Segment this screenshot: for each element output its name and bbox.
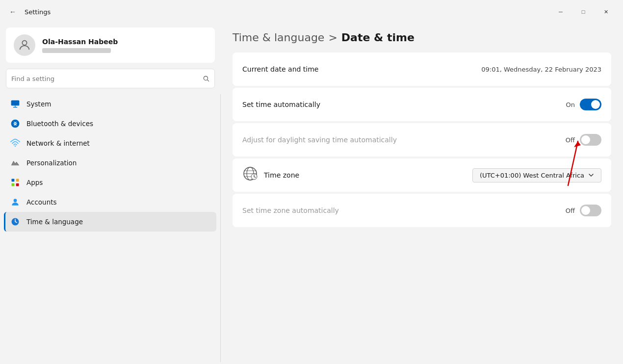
svg-line-2: [208, 80, 209, 81]
sidebar-scroll-area: System Bluetooth & devices: [0, 92, 221, 364]
content-wrapper: Time & language > Date & time Current da…: [221, 24, 623, 364]
set-timezone-auto-toggle[interactable]: [580, 205, 601, 216]
set-time-auto-state: On: [566, 101, 575, 108]
set-time-auto-control: On: [566, 99, 601, 110]
daylight-saving-control: Off: [566, 134, 601, 146]
sidebar-item-system[interactable]: System: [4, 94, 216, 114]
breadcrumb-parent: Time & language: [233, 31, 324, 44]
time-zone-label: Time zone: [264, 171, 299, 179]
chevron-down-icon: [588, 172, 594, 178]
current-datetime-card: Current date and time 09:01, Wednesday, …: [233, 52, 611, 86]
svg-rect-8: [12, 183, 15, 186]
minimize-button[interactable]: ─: [549, 4, 572, 20]
svg-rect-3: [11, 101, 20, 106]
system-icon: [10, 99, 21, 109]
personalization-icon: [10, 157, 21, 168]
toggle-thumb-daylight: [581, 135, 590, 144]
time-zone-row: Time zone (UTC+01:00) West Central Afric…: [233, 158, 611, 192]
set-timezone-auto-card: Set time zone automatically Off: [233, 194, 611, 227]
svg-point-4: [11, 120, 20, 128]
sidebar-item-personalization[interactable]: Personalization: [4, 153, 216, 173]
set-time-auto-card: Set time automatically On: [233, 88, 611, 121]
svg-rect-9: [16, 183, 19, 186]
sidebar: Ola-Hassan Habeeb: [0, 24, 221, 364]
sidebar-item-system-label: System: [26, 100, 51, 108]
sidebar-item-apps-label: Apps: [26, 179, 43, 186]
daylight-saving-state: Off: [566, 136, 575, 144]
sidebar-item-bluetooth-label: Bluetooth & devices: [26, 120, 93, 128]
main-content: Ola-Hassan Habeeb: [0, 24, 623, 364]
svg-point-5: [15, 146, 16, 147]
nav-list: System Bluetooth & devices: [0, 92, 220, 364]
breadcrumb-separator: >: [328, 31, 337, 44]
back-button[interactable]: ←: [6, 5, 20, 19]
apps-icon: [10, 177, 21, 188]
avatar: [14, 34, 35, 56]
current-datetime-row: Current date and time 09:01, Wednesday, …: [233, 52, 611, 86]
network-icon: [10, 138, 21, 149]
time-zone-dropdown[interactable]: (UTC+01:00) West Central Africa: [472, 168, 601, 182]
user-profile[interactable]: Ola-Hassan Habeeb: [6, 27, 215, 63]
daylight-saving-label: Adjust for daylight saving time automati…: [242, 136, 397, 144]
daylight-saving-toggle[interactable]: [580, 134, 601, 146]
toggle-thumb-tz: [581, 206, 590, 215]
search-container: [6, 69, 215, 88]
svg-point-0: [22, 41, 26, 45]
sidebar-item-accounts-label: Accounts: [26, 198, 57, 206]
sidebar-item-time[interactable]: Time & language: [4, 212, 216, 232]
breadcrumb: Time & language > Date & time: [233, 31, 611, 44]
content-pane: Time & language > Date & time Current da…: [221, 24, 623, 237]
app-title: Settings: [25, 8, 51, 16]
time-zone-value: (UTC+01:00) West Central Africa: [480, 172, 584, 179]
title-bar: ← Settings ─ □ ✕: [0, 0, 623, 24]
current-datetime-label: Current date and time: [242, 65, 318, 73]
time-zone-card: Time zone (UTC+01:00) West Central Afric…: [233, 158, 611, 192]
window-controls: ─ □ ✕: [549, 4, 617, 20]
sidebar-item-network[interactable]: Network & internet: [4, 133, 216, 153]
timezone-icon: [242, 166, 258, 184]
user-name: Ola-Hassan Habeeb: [42, 38, 207, 46]
sidebar-item-bluetooth[interactable]: Bluetooth & devices: [4, 114, 216, 133]
svg-point-1: [204, 76, 208, 80]
close-button[interactable]: ✕: [595, 4, 617, 20]
sidebar-item-personalization-label: Personalization: [26, 159, 77, 167]
toggle-thumb-on: [591, 100, 600, 109]
breadcrumb-current: Date & time: [341, 31, 415, 44]
daylight-saving-card: Adjust for daylight saving time automati…: [233, 123, 611, 156]
set-time-auto-toggle[interactable]: [580, 99, 601, 110]
daylight-saving-row: Adjust for daylight saving time automati…: [233, 123, 611, 156]
svg-rect-7: [16, 179, 19, 182]
time-icon: [10, 216, 21, 227]
bluetooth-icon: [10, 118, 21, 129]
user-subtitle-bar: [42, 48, 111, 53]
accounts-icon: [10, 197, 21, 208]
set-time-auto-row: Set time automatically On: [233, 88, 611, 121]
sidebar-item-time-label: Time & language: [26, 218, 83, 226]
set-timezone-auto-row: Set time zone automatically Off: [233, 194, 611, 227]
sidebar-item-accounts[interactable]: Accounts: [4, 192, 216, 212]
search-icon-button[interactable]: [203, 75, 209, 82]
set-timezone-auto-control: Off: [566, 205, 601, 216]
search-input[interactable]: [11, 75, 199, 82]
svg-point-10: [14, 199, 17, 202]
time-zone-left: Time zone: [242, 166, 299, 184]
current-datetime-value: 09:01, Wednesday, 22 February 2023: [481, 66, 601, 73]
search-box: [6, 69, 215, 88]
set-time-auto-label: Set time automatically: [242, 101, 320, 108]
maximize-button[interactable]: □: [572, 4, 595, 20]
set-timezone-auto-label: Set time zone automatically: [242, 207, 339, 214]
sidebar-item-apps[interactable]: Apps: [4, 173, 216, 192]
set-timezone-auto-state: Off: [566, 207, 575, 214]
sidebar-item-network-label: Network & internet: [26, 139, 90, 147]
svg-rect-6: [12, 179, 15, 182]
user-info: Ola-Hassan Habeeb: [42, 38, 207, 53]
